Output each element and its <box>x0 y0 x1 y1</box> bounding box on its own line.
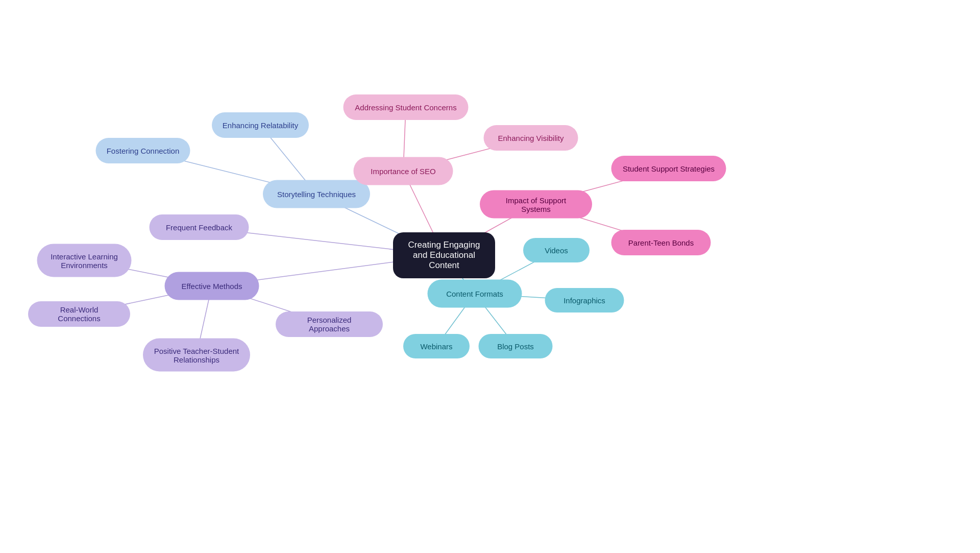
node-personalized[interactable]: Personalized Approaches <box>276 311 383 337</box>
node-videos[interactable]: Videos <box>523 238 590 262</box>
node-positive-teacher[interactable]: Positive Teacher-Student Relationships <box>143 339 250 372</box>
node-importance-seo[interactable]: Importance of SEO <box>354 157 453 185</box>
node-impact-support[interactable]: Impact of Support Systems <box>480 190 592 219</box>
center-node[interactable]: Creating Engaging and Educational Conten… <box>393 232 495 278</box>
node-enhancing-relatability[interactable]: Enhancing Relatability <box>212 112 309 138</box>
node-enhancing-visibility[interactable]: Enhancing Visibility <box>484 125 578 151</box>
node-addressing-student[interactable]: Addressing Student Concerns <box>344 94 469 120</box>
node-interactive-learning[interactable]: Interactive Learning Environments <box>37 244 132 277</box>
node-webinars[interactable]: Webinars <box>403 334 470 358</box>
node-fostering-connection[interactable]: Fostering Connection <box>96 138 190 163</box>
node-infographics[interactable]: Infographics <box>545 288 624 312</box>
node-parent-teen[interactable]: Parent-Teen Bonds <box>611 230 711 255</box>
node-effective-methods[interactable]: Effective Methods <box>165 272 259 300</box>
node-frequent-feedback[interactable]: Frequent Feedback <box>150 214 249 240</box>
mindmap-container: Creating Engaging and Educational Conten… <box>0 0 980 553</box>
node-storytelling[interactable]: Storytelling Techniques <box>263 180 370 208</box>
node-real-world[interactable]: Real-World Connections <box>28 301 130 327</box>
node-content-formats[interactable]: Content Formats <box>428 280 522 308</box>
node-student-support[interactable]: Student Support Strategies <box>611 156 726 181</box>
node-blog-posts[interactable]: Blog Posts <box>479 334 553 358</box>
